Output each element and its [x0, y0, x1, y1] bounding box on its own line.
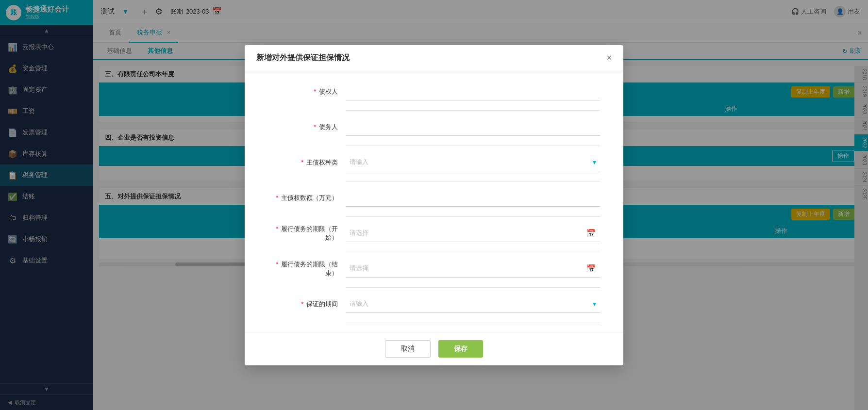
save-button[interactable]: 保存	[438, 340, 483, 358]
form-label-debtor: * 债务人	[268, 123, 346, 131]
modal-title: 新增对外提供保证担保情况	[256, 53, 350, 63]
debt-type-chevron-icon: ▾	[593, 158, 596, 166]
start-date-picker[interactable]: 请选择 📅	[346, 225, 600, 242]
start-date-placeholder: 请选择	[350, 229, 368, 237]
form-label-end-date: * 履行债务的期限（结束）	[268, 260, 346, 278]
debt-amount-input[interactable]	[346, 189, 600, 207]
debtor-input[interactable]	[346, 118, 600, 136]
divider-2	[346, 146, 600, 146]
form-row-guarantee-period: * 保证的期间 请输入 ▾	[268, 295, 600, 313]
form-row-debt-type: * 主债权种类 请输入 ▾	[268, 154, 600, 171]
form-label-guarantee-period: * 保证的期间	[268, 300, 346, 309]
divider-3	[346, 181, 600, 181]
modal-overlay[interactable]: 新增对外提供保证担保情况 × * 债权人 * 债务人	[0, 0, 868, 410]
form-label-start-date: * 履行债务的期限（开始）	[268, 225, 346, 242]
debt-type-select[interactable]: 请输入 ▾	[346, 154, 600, 171]
modal-footer: 取消 保存	[245, 332, 623, 365]
divider-6	[346, 287, 600, 288]
guarantee-period-placeholder: 请输入	[350, 299, 368, 308]
end-date-picker[interactable]: 请选择 📅	[346, 260, 600, 278]
form-label-creditor: * 债权人	[268, 87, 346, 96]
end-date-placeholder: 请选择	[350, 264, 368, 273]
modal-close-button[interactable]: ×	[606, 53, 612, 62]
debt-type-placeholder: 请输入	[350, 158, 368, 166]
divider-4	[346, 216, 600, 217]
creditor-input[interactable]	[346, 83, 600, 100]
guarantee-period-select[interactable]: 请输入 ▾	[346, 295, 600, 313]
close-icon: ×	[606, 53, 612, 63]
form-row-creditor: * 债权人	[268, 83, 600, 100]
cancel-button[interactable]: 取消	[385, 340, 431, 358]
divider-1	[346, 110, 600, 111]
form-label-debt-amount: * 主债权数额（万元）	[268, 194, 346, 202]
form-row-guarantee-method: * 保证的方式 请输入 ▾	[268, 331, 600, 332]
guarantee-method-select[interactable]: 请输入 ▾	[346, 331, 600, 332]
modal-header: 新增对外提供保证担保情况 ×	[245, 45, 623, 71]
form-row-debt-amount: * 主债权数额（万元）	[268, 189, 600, 207]
start-date-calendar-icon: 📅	[586, 229, 596, 238]
form-row-start-date: * 履行债务的期限（开始） 请选择 📅	[268, 225, 600, 242]
form-row-end-date: * 履行债务的期限（结束） 请选择 📅	[268, 260, 600, 278]
form-row-debtor: * 债务人	[268, 118, 600, 136]
guarantee-period-chevron-icon: ▾	[593, 300, 596, 308]
modal-dialog: 新增对外提供保证担保情况 × * 债权人 * 债务人	[245, 45, 623, 365]
modal-body: * 债权人 * 债务人 * 主债权种类	[245, 71, 623, 332]
form-label-debt-type: * 主债权种类	[268, 158, 346, 167]
divider-5	[346, 252, 600, 252]
end-date-calendar-icon: 📅	[586, 264, 596, 273]
divider-7	[346, 323, 600, 323]
